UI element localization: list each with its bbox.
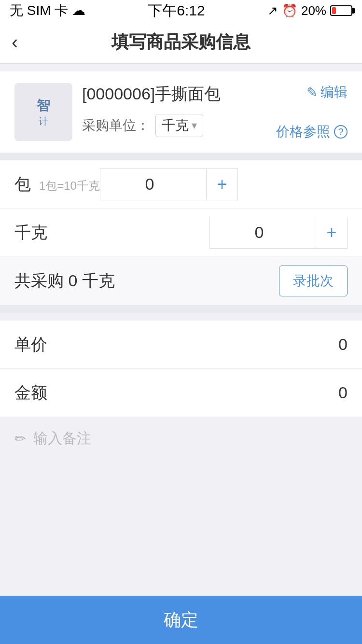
input-section: 包 1包=10千克 + 千克 + 共采购 0 千克 录批次 — [0, 160, 362, 305]
summary-row: 共采购 0 千克 录批次 — [0, 257, 362, 305]
bag-plus-button[interactable]: + — [206, 168, 238, 200]
bag-label-text: 包 — [14, 175, 31, 193]
bag-sublabel-text: 1包=10千克 — [39, 179, 100, 192]
status-bar: 无 SIM 卡 ☁ 下午6:12 ↗ ⏰ 20% — [0, 0, 362, 21]
amount-label: 金额 — [14, 382, 47, 404]
nav-bar: ‹ 填写商品采购信息 — [0, 21, 362, 64]
battery-fill — [332, 7, 336, 14]
bag-label: 包 1包=10千克 — [14, 173, 100, 196]
pencil-icon: ✏ — [14, 431, 26, 447]
summary-text: 共采购 0 千克 — [14, 270, 115, 292]
bag-input-group: + — [100, 168, 238, 200]
alarm-icon: ⏰ — [282, 3, 297, 18]
page-title: 填写商品采购信息 — [111, 30, 251, 54]
unit-price-label: 单价 — [14, 334, 47, 356]
back-button[interactable]: ‹ — [12, 31, 18, 53]
status-left: 无 SIM 卡 ☁ — [10, 1, 85, 20]
amount-row: 金额 0 — [0, 369, 362, 417]
bag-input-row: 包 1包=10千克 + — [0, 160, 362, 209]
edit-label: 编辑 — [320, 83, 348, 101]
sim-label: 无 SIM 卡 ☁ — [10, 1, 85, 20]
kg-plus-button[interactable]: + — [316, 217, 348, 249]
kg-input[interactable] — [209, 217, 316, 249]
notes-placeholder: 输入备注 — [33, 429, 91, 448]
battery-percent: 20% — [301, 3, 326, 18]
section-divider-1 — [0, 153, 362, 160]
confirm-button[interactable]: 确定 — [0, 596, 362, 644]
edit-button[interactable]: ✎ 编辑 — [306, 83, 348, 101]
battery-icon — [330, 5, 352, 16]
kg-input-group: + — [209, 217, 348, 249]
unit-value: 千克 — [162, 116, 189, 135]
notes-section[interactable]: ✏ 输入备注 — [0, 417, 362, 460]
status-time: 下午6:12 — [148, 1, 205, 21]
status-right: ↗ ⏰ 20% — [267, 3, 352, 18]
bag-input[interactable] — [100, 168, 206, 200]
unit-select[interactable]: 千克 ▾ — [155, 114, 203, 137]
unit-label: 采购单位： — [82, 116, 150, 135]
unit-price-row: 单价 0 — [0, 321, 362, 369]
record-batch-button[interactable]: 录批次 — [279, 266, 348, 296]
price-ref-label: 价格参照 — [276, 123, 330, 141]
price-section: 单价 0 金额 0 — [0, 321, 362, 417]
help-icon: ? — [334, 125, 348, 139]
section-divider-2 — [0, 305, 362, 313]
main-content-area — [0, 460, 362, 586]
kg-input-row: 千克 + — [0, 209, 362, 257]
signal-icon: ↗ — [267, 3, 278, 18]
kg-label: 千克 — [14, 222, 209, 244]
price-ref-button[interactable]: 价格参照 ? — [276, 123, 348, 141]
product-thumbnail: 智 计 — [14, 83, 72, 141]
unit-price-value: 0 — [338, 335, 348, 354]
product-card: 智 计 [0000006]手撕面包 采购单位： 千克 ▾ ✎ 编辑 价格参照 ? — [0, 71, 362, 153]
edit-icon: ✎ — [306, 84, 318, 100]
logo-line1: 智 — [37, 97, 50, 115]
chevron-down-icon: ▾ — [192, 119, 197, 132]
logo-line2: 计 — [39, 115, 48, 128]
amount-value: 0 — [338, 383, 348, 402]
